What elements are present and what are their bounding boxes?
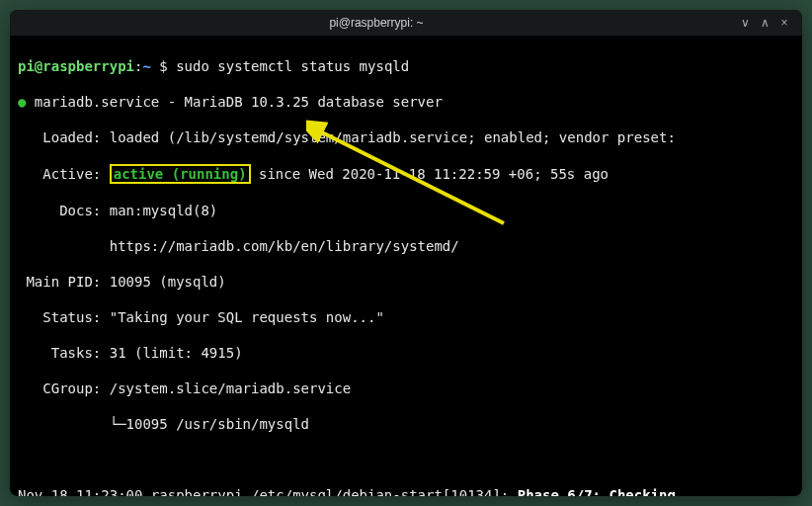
docs-line-2: https://mariadb.com/kb/en/library/system…	[18, 237, 794, 255]
active-line: Active: active (running) since Wed 2020-…	[18, 164, 794, 184]
maximize-button[interactable]: ∧	[755, 14, 774, 32]
prompt-user-host: pi@raspberrypi	[18, 58, 134, 74]
active-highlight-box: active (running)	[110, 164, 251, 184]
titlebar[interactable]: pi@raspberrypi: ~ ∨ ∧ ×	[10, 10, 802, 36]
minimize-button[interactable]: ∨	[735, 14, 755, 32]
unit-name-line: ● mariadb.service - MariaDB 10.3.25 data…	[18, 93, 794, 111]
docs-line-1: Docs: man:mysqld(8)	[18, 202, 794, 219]
prompt-line: pi@raspberrypi:~ $ sudo systemctl status…	[18, 57, 794, 75]
cgroup-line: CGroup: /system.slice/mariadb.service	[18, 380, 794, 397]
main-pid-line: Main PID: 10095 (mysqld)	[18, 273, 794, 291]
prompt-cwd: ~	[142, 58, 150, 74]
terminal-window: pi@raspberrypi: ~ ∨ ∧ × pi@raspberrypi:~…	[10, 10, 802, 496]
command-text: sudo systemctl status mysqld	[176, 58, 409, 74]
window-title: pi@raspberrypi: ~	[329, 14, 423, 32]
log-line: Nov 18 11:23:00 raspberrypi /etc/mysql/d…	[18, 486, 794, 496]
close-button[interactable]: ×	[774, 14, 794, 32]
blank-line	[18, 451, 794, 468]
loaded-line: Loaded: loaded (/lib/systemd/system/mari…	[18, 128, 794, 146]
log-message: Phase 6/7: Checking	[518, 487, 685, 496]
cgroup-child-line: └─10095 /usr/sbin/mysqld	[18, 415, 794, 433]
status-text-line: Status: "Taking your SQL requests now...…	[18, 308, 794, 326]
tasks-line: Tasks: 31 (limit: 4915)	[18, 344, 794, 362]
active-status: active (running)	[112, 166, 249, 182]
terminal-area[interactable]: pi@raspberrypi:~ $ sudo systemctl status…	[10, 36, 802, 496]
journal-log: Nov 18 11:23:00 raspberrypi /etc/mysql/d…	[18, 486, 794, 496]
